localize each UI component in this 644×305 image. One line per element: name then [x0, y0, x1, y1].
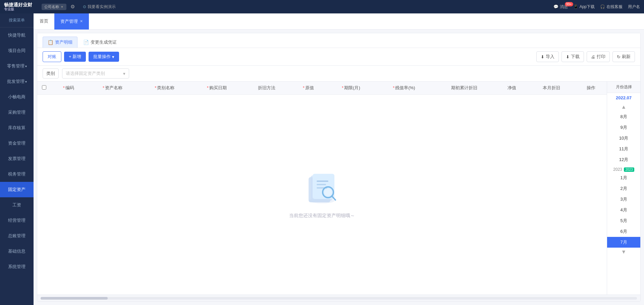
- message-button[interactable]: 💬 消息 99+: [553, 4, 568, 10]
- table-month-wrapper: *编码 *资产名称 *类别名称 *购买日期 折旧方法 *原值 *期限(月) *残…: [37, 82, 640, 295]
- tab-asset-mgmt[interactable]: 资产管理 ✕: [54, 13, 89, 30]
- toolbar: 对账 + 新增 批量操作 ▾ ⬇ 导入 ⬇ 下载: [37, 48, 640, 66]
- sidebar-item-ecommerce[interactable]: 小畅电商: [0, 89, 34, 105]
- change-voucher-icon: 📄: [83, 40, 89, 45]
- app-download-button[interactable]: 📱 App下载: [573, 4, 595, 10]
- asset-detail-icon: 📋: [48, 40, 53, 45]
- sidebar-item-basic-info[interactable]: 基础信息: [0, 244, 34, 259]
- user-button[interactable]: 用户名: [628, 4, 640, 10]
- sidebar-item-fixed-assets[interactable]: 固定资产: [0, 182, 34, 197]
- month-panel-header: 月份选择: [607, 82, 640, 93]
- th-operation: 操作: [575, 82, 607, 95]
- top-bar: 畅捷通好业财 专业版 公司名称 ▼ ⚙ 我要看实例演示 💬 消息 99+ 📱 A…: [0, 0, 644, 13]
- svg-rect-5: [317, 184, 326, 185]
- th-depreciation-method: 折旧方法: [243, 82, 290, 95]
- app-logo: 畅捷通好业财 专业版: [4, 2, 32, 12]
- print-button[interactable]: 🖨 打印: [587, 51, 610, 62]
- empty-state: 当前您还没有固定资产明细哦～: [37, 95, 607, 295]
- svg-point-8: [324, 189, 332, 196]
- download-button[interactable]: ⬇ 下载: [561, 51, 584, 62]
- th-net-value: 净值: [496, 82, 528, 95]
- sidebar-item-retail[interactable]: 零售管理 ▾: [0, 58, 34, 74]
- sidebar-item-salary[interactable]: 工资: [0, 197, 34, 213]
- sub-tab-change-voucher[interactable]: 📄 变更生成凭证: [78, 37, 122, 48]
- svg-rect-4: [317, 181, 328, 182]
- th-purchase-date: *购买日期: [191, 82, 243, 95]
- sub-tab-asset-detail[interactable]: 📋 资产明细: [43, 37, 77, 48]
- scrollbar-thumb[interactable]: [41, 297, 108, 300]
- sub-tabs: 📋 资产明细 📄 变更生成凭证: [37, 33, 640, 48]
- month-item-11[interactable]: 11月: [607, 144, 640, 154]
- category-filter-label: 类别: [43, 68, 59, 79]
- month-scroll-down[interactable]: ▼: [607, 248, 640, 256]
- sidebar-item-finance[interactable]: 资金管理: [0, 136, 34, 151]
- year-2023-label: 2023 2023: [607, 165, 640, 172]
- th-period: *期限(月): [326, 82, 376, 95]
- scrollbar-track[interactable]: [41, 297, 637, 300]
- th-checkbox: [37, 82, 51, 95]
- tab-bar: 首页 资产管理 ✕: [34, 13, 644, 30]
- month-item-2023-1[interactable]: 1月: [607, 172, 640, 183]
- main-layout: 搜索菜单 快捷导航 项目合同 零售管理 ▾ 批发管理 ▾ 小畅电商 采购管理 库: [0, 13, 644, 305]
- month-item-9[interactable]: 9月: [607, 122, 640, 133]
- empty-state-icon: [302, 170, 342, 207]
- th-residual-rate: *残值率(%): [376, 82, 432, 95]
- current-year-display[interactable]: 2022.07: [607, 93, 640, 103]
- batch-dropdown-icon: ▾: [112, 54, 114, 59]
- tab-home[interactable]: 首页: [34, 13, 54, 30]
- th-original-value: *原值: [290, 82, 326, 95]
- month-item-2023-5[interactable]: 5月: [607, 215, 640, 226]
- select-all-checkbox[interactable]: [42, 85, 46, 90]
- filter-dropdown-icon: ▾: [123, 71, 125, 76]
- sidebar-item-system[interactable]: 系统管理: [0, 259, 34, 274]
- sidebar-item-operations[interactable]: 经营管理: [0, 213, 34, 228]
- sidebar-item-inventory[interactable]: 库存核算: [0, 120, 34, 136]
- month-item-12[interactable]: 12月: [607, 154, 640, 165]
- demo-link[interactable]: 我要看实例演示: [83, 4, 116, 10]
- add-button[interactable]: + 新增: [64, 52, 86, 62]
- month-item-2023-7[interactable]: 7月: [607, 237, 640, 248]
- settings-icon[interactable]: ⚙: [70, 4, 75, 10]
- th-accumulated: 期初累计折旧: [432, 82, 496, 95]
- month-item-2023-6[interactable]: 6月: [607, 226, 640, 237]
- tab-close-icon[interactable]: ✕: [80, 19, 83, 23]
- sidebar-item-ledger[interactable]: 总账管理: [0, 228, 34, 244]
- month-item-2023-3[interactable]: 3月: [607, 194, 640, 205]
- toolbar-right: ⬇ 导入 ⬇ 下载 🖨 打印 ↻ 刷新: [536, 51, 635, 62]
- content-area: 首页 资产管理 ✕ 📋 资产明细 📄 变更生成凭证: [34, 13, 644, 305]
- sidebar: 搜索菜单 快捷导航 项目合同 零售管理 ▾ 批发管理 ▾ 小畅电商 采购管理 库: [0, 13, 34, 305]
- refresh-button[interactable]: ↻ 刷新: [612, 51, 635, 62]
- month-item-2023-2[interactable]: 2月: [607, 183, 640, 194]
- message-badge: 99+: [565, 2, 573, 6]
- table-area: *编码 *资产名称 *类别名称 *购买日期 折旧方法 *原值 *期限(月) *残…: [37, 82, 607, 295]
- month-scroll-up[interactable]: ▲: [607, 103, 640, 111]
- th-name: *资产名称: [87, 82, 139, 95]
- asset-table: *编码 *资产名称 *类别名称 *购买日期 折旧方法 *原值 *期限(月) *残…: [37, 82, 607, 95]
- month-item-2023-4[interactable]: 4月: [607, 205, 640, 215]
- batch-button[interactable]: 批量操作 ▾: [89, 52, 119, 62]
- month-panel: 月份选择 2022.07 ▲ 8月 9月 10月 11月 12月 2023 20…: [607, 82, 640, 295]
- th-category: *类别名称: [139, 82, 191, 95]
- sidebar-item-tax[interactable]: 税务管理: [0, 166, 34, 182]
- inner-page: 📋 资产明细 📄 变更生成凭证 对账 + 新增 批量操作 ▾: [37, 33, 641, 302]
- sidebar-item-wholesale[interactable]: 批发管理 ▾: [0, 74, 34, 89]
- sidebar-item-search-menu[interactable]: 搜索菜单: [0, 13, 34, 28]
- online-service-button[interactable]: 🎧 在线客服: [600, 4, 623, 10]
- table-header-row: *编码 *资产名称 *类别名称 *购买日期 折旧方法 *原值 *期限(月) *残…: [37, 82, 607, 95]
- th-monthly-dep: 本月折旧: [528, 82, 575, 95]
- month-item-8[interactable]: 8月: [607, 111, 640, 122]
- year-badge: 2023: [624, 167, 634, 172]
- category-filter-select[interactable]: 请选择固定资产类别 ▾: [62, 68, 129, 79]
- filter-row: 类别 请选择固定资产类别 ▾: [37, 66, 640, 82]
- sidebar-item-invoice[interactable]: 发票管理: [0, 151, 34, 166]
- import-button[interactable]: ⬇ 导入: [536, 51, 559, 62]
- sidebar-item-purchase[interactable]: 采购管理: [0, 105, 34, 120]
- month-item-10[interactable]: 10月: [607, 133, 640, 144]
- th-code: *编码: [51, 82, 87, 95]
- sidebar-item-project[interactable]: 项目合同: [0, 43, 34, 58]
- empty-state-text: 当前您还没有固定资产明细哦～: [289, 213, 355, 219]
- company-selector[interactable]: 公司名称 ▼: [42, 4, 66, 10]
- sidebar-item-quick-nav[interactable]: 快捷导航: [0, 28, 34, 43]
- reconcile-button[interactable]: 对账: [43, 51, 61, 62]
- top-bar-right: 💬 消息 99+ 📱 App下载 🎧 在线客服 用户名: [553, 4, 640, 10]
